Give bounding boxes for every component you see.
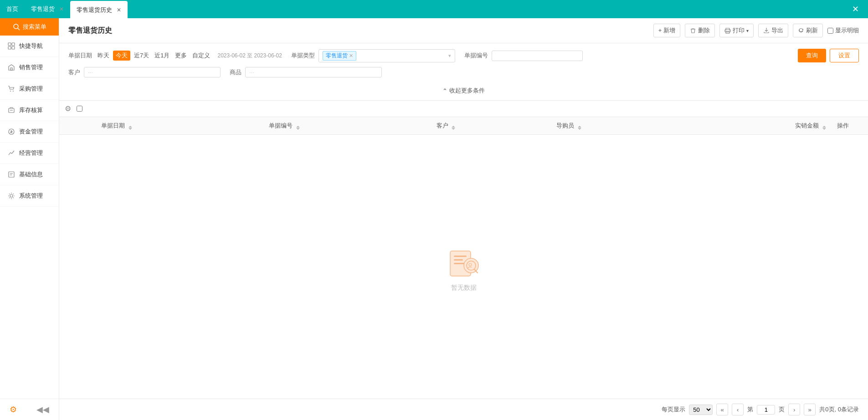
- print-button[interactable]: 打印 ▾: [719, 24, 754, 37]
- pagination: 每页显示 50 20 100 « ‹ 第 页 › » 共0页, 0条记录: [59, 399, 868, 420]
- last-page-button[interactable]: »: [804, 404, 816, 415]
- collapse-button[interactable]: ⌃ 收起更多条件: [442, 84, 485, 97]
- table-settings-icon[interactable]: ⚙: [65, 104, 71, 113]
- print-label: 打印: [733, 26, 745, 35]
- filter-row-2: 客户 ··· 商品 ···: [68, 67, 859, 77]
- export-icon: [763, 27, 770, 34]
- th-no[interactable]: 单据编号: [263, 117, 431, 135]
- sidebar-item-basic[interactable]: 基础信息: [0, 164, 59, 185]
- empty-state: 暂无数据: [59, 135, 868, 399]
- th-date[interactable]: 单据日期: [96, 117, 263, 135]
- filter-area: 单据日期 昨天 今天 近7天 近1月 更多 自定义 2023-06-02 至 2…: [59, 43, 868, 101]
- first-page-button[interactable]: «: [716, 404, 728, 415]
- settings-bottom-icon[interactable]: ⚙: [10, 405, 17, 415]
- sidebar-item-sales[interactable]: 销售管理: [0, 57, 59, 78]
- svg-rect-5: [12, 46, 15, 49]
- quick-nav-icon: [7, 42, 15, 50]
- doc-type-select[interactable]: 零售退货 ✕ ▾: [318, 49, 455, 62]
- date-opt-more[interactable]: 更多: [173, 51, 189, 61]
- sidebar-item-label: 资金管理: [19, 128, 43, 136]
- audio-bottom-icon[interactable]: ◀◀: [36, 405, 49, 415]
- total-text: 共0页, 0条记录: [819, 405, 859, 414]
- customer-select[interactable]: ···: [84, 67, 221, 77]
- sidebar-item-operation[interactable]: 经营管理: [0, 143, 59, 164]
- svg-rect-6: [10, 68, 12, 70]
- sidebar-item-label: 采购管理: [19, 85, 43, 93]
- customer-label: 客户: [68, 68, 80, 77]
- delete-button[interactable]: 删除: [685, 24, 715, 37]
- delete-icon: [690, 27, 696, 34]
- date-opt-1month[interactable]: 近1月: [153, 51, 171, 61]
- sort-guide-icon: [578, 126, 581, 130]
- th-action: 操作: [832, 117, 868, 135]
- th-guide[interactable]: 导购员: [551, 117, 695, 135]
- sidebar-item-label: 库存核算: [19, 106, 43, 114]
- refresh-button[interactable]: 刷新: [793, 24, 823, 37]
- top-bar-right: ✕: [852, 4, 868, 14]
- svg-point-0: [14, 24, 18, 29]
- sidebar-item-quick-nav[interactable]: 快捷导航: [0, 36, 59, 57]
- sidebar-search[interactable]: 搜索菜单: [0, 18, 59, 36]
- svg-rect-4: [8, 46, 11, 49]
- tab-retail-return-history-close[interactable]: ✕: [117, 7, 121, 13]
- doc-type-tag-close[interactable]: ✕: [349, 53, 353, 59]
- next-page-button[interactable]: ›: [788, 404, 800, 415]
- show-detail-label: 显示明细: [835, 26, 859, 35]
- tab-retail-return-history-label: 零售退货历史: [77, 6, 112, 14]
- empty-icon: [446, 242, 482, 278]
- sort-amount-icon: [822, 126, 826, 130]
- tab-retail-return-history[interactable]: 零售退货历史 ✕: [70, 1, 128, 19]
- date-options: 昨天 今天 近7天 近1月 更多 自定义: [96, 51, 212, 61]
- filter-goods: 商品 ···: [230, 67, 382, 77]
- sidebar-item-finance[interactable]: 资金管理: [0, 121, 59, 143]
- customer-dots: ···: [88, 69, 93, 76]
- th-no-label: 单据编号: [269, 122, 293, 129]
- date-opt-7days[interactable]: 近7天: [132, 51, 151, 61]
- th-amount[interactable]: 实销金额: [695, 117, 832, 135]
- prev-page-button[interactable]: ‹: [732, 404, 744, 415]
- table-toolbar: ⚙: [59, 101, 868, 117]
- sort-customer-icon: [452, 126, 455, 130]
- sidebar-item-system[interactable]: 系统管理: [0, 185, 59, 207]
- sidebar-item-label: 销售管理: [19, 63, 43, 72]
- new-button[interactable]: + 新增: [653, 24, 680, 37]
- export-button[interactable]: 导出: [758, 24, 788, 37]
- select-all-checkbox[interactable]: [77, 106, 82, 112]
- page-number-input[interactable]: [757, 405, 775, 415]
- date-opt-today[interactable]: 今天: [113, 51, 130, 61]
- tab-home[interactable]: 首页: [0, 0, 25, 18]
- sidebar-item-purchase[interactable]: 采购管理: [0, 78, 59, 100]
- collapse-bar: ⌃ 收起更多条件: [68, 82, 859, 100]
- sidebar-item-inventory[interactable]: 库存核算: [0, 100, 59, 121]
- filter-row-1: 单据日期 昨天 今天 近7天 近1月 更多 自定义 2023-06-02 至 2…: [68, 49, 859, 62]
- tab-retail-return-close[interactable]: ✕: [59, 6, 64, 12]
- filter-actions: 查询 设置: [798, 49, 859, 62]
- window-close-button[interactable]: ✕: [852, 4, 859, 14]
- sort-date-icon: [128, 126, 132, 130]
- print-arrow-icon: ▾: [746, 28, 749, 33]
- goods-select[interactable]: ···: [245, 67, 382, 77]
- svg-rect-12: [9, 172, 14, 177]
- show-detail-checkbox[interactable]: 显示明细: [827, 26, 859, 35]
- table-head: 单据日期 单据编号 客户 导购员: [59, 117, 868, 135]
- date-range-value: 2023-06-02 至 2023-06-02: [217, 52, 282, 60]
- sidebar-item-label: 基础信息: [19, 170, 43, 179]
- collapse-label: 收起更多条件: [449, 87, 485, 95]
- doc-no-input[interactable]: [492, 51, 583, 61]
- page-word: 第: [747, 405, 753, 414]
- svg-rect-21: [454, 263, 465, 264]
- tab-retail-return[interactable]: 零售退货 ✕: [25, 0, 70, 18]
- query-button[interactable]: 查询: [798, 49, 826, 62]
- svg-rect-19: [454, 256, 467, 257]
- svg-rect-3: [12, 43, 15, 46]
- page-size-select[interactable]: 50 20 100: [689, 405, 713, 415]
- top-bar: 首页 零售退货 ✕ 零售退货历史 ✕ ✕: [0, 0, 868, 18]
- filter-doc-type: 单据类型 零售退货 ✕ ▾: [291, 49, 455, 62]
- sidebar: 搜索菜单 快捷导航 销售管理 采购管理 库存核算: [0, 18, 59, 420]
- date-opt-yesterday[interactable]: 昨天: [96, 51, 111, 61]
- show-detail-input[interactable]: [827, 28, 833, 34]
- date-opt-custom[interactable]: 自定义: [190, 51, 212, 61]
- new-label: + 新增: [658, 26, 675, 35]
- th-customer[interactable]: 客户: [431, 117, 551, 135]
- set-button[interactable]: 设置: [830, 49, 859, 62]
